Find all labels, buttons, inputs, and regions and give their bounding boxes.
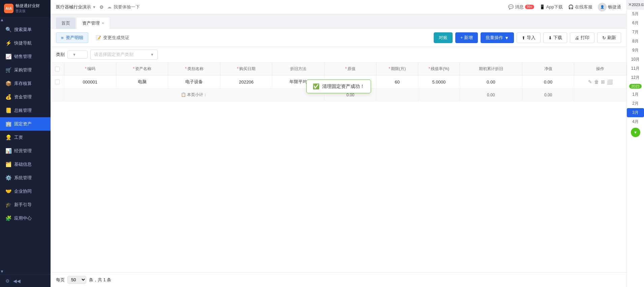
row-asset-type: 电子设备 <box>168 75 220 89</box>
row-checkbox[interactable] <box>55 79 60 84</box>
month-9[interactable]: 9月 <box>627 46 644 55</box>
row-accum: 0.00 <box>460 75 522 89</box>
row-code: 000001 <box>64 75 116 89</box>
edit-icon[interactable]: ✎ <box>588 79 592 85</box>
experience-btn[interactable]: ☁ 我要体验一下 <box>107 4 140 10</box>
sidebar-scroll-up[interactable]: ▲ <box>0 17 51 23</box>
sub-tab-asset-detail[interactable]: ≡ 资产明细 <box>56 32 88 43</box>
company-name: 医疗器械行业演示 <box>56 4 91 10</box>
app-download-btn[interactable]: 📱 App下载 <box>540 4 563 10</box>
sub-tab-label: 资产明细 <box>66 35 83 41</box>
right-panel-close-icon[interactable]: ✕ <box>628 2 632 7</box>
delete-icon[interactable]: 🗑 <box>594 79 599 85</box>
sidebar-item-base-info[interactable]: 🗂️ 基础信息 <box>0 158 51 171</box>
user-name: 畅捷通 <box>608 4 621 10</box>
sidebar-item-guide[interactable]: 🎓 新手引导 <box>0 198 51 212</box>
th-name: *资产名称 <box>116 63 168 75</box>
refresh-button[interactable]: ↻ 刷新 <box>597 32 621 43</box>
sidebar-item-search[interactable]: 🔍 搜索菜单 <box>0 23 51 36</box>
message-btn[interactable]: 💬 消息 99+ <box>508 4 534 10</box>
settings-icon[interactable]: ⚙ <box>99 4 104 10</box>
tab-home[interactable]: 首页 <box>56 18 75 29</box>
sidebar-item-quicknav[interactable]: ⚡ 快捷导航 <box>0 36 51 50</box>
subtotal-rate <box>418 89 460 101</box>
message-badge: 99+ <box>525 5 534 9</box>
current-month-badge: ▼ <box>631 128 640 137</box>
user-avatar[interactable]: 👤 畅捷通 <box>598 3 621 11</box>
sidebar-item-system[interactable]: ⚙️ 系统管理 <box>0 171 51 185</box>
sub-tab-change-voucher[interactable]: 📝 变更生成凭证 <box>91 33 134 43</box>
header-checkbox[interactable] <box>55 67 60 71</box>
copy-icon[interactable]: ⊞ <box>601 79 605 85</box>
row-ops: ✎ 🗑 ⊞ ⬜ <box>574 75 626 89</box>
sidebar-item-label: 销售管理 <box>14 54 32 60</box>
filter-type-label: 类别 <box>56 52 65 58</box>
batch-button[interactable]: 批量操作 ▼ <box>481 32 514 43</box>
th-code: *编码 <box>64 63 116 75</box>
month-6[interactable]: 6月 <box>627 19 644 28</box>
sidebar-item-purchase[interactable]: 🛒 采购管理 <box>0 63 51 77</box>
right-panel-year: 2023.03 <box>632 3 644 7</box>
sidebar-item-label: 经营管理 <box>14 148 32 154</box>
month-2[interactable]: 2月 <box>627 99 644 108</box>
quicknav-icon: ⚡ <box>5 40 11 46</box>
per-page-select[interactable]: 50 100 200 <box>67 276 86 284</box>
print-label: 打印 <box>581 35 589 41</box>
print-button[interactable]: 🖨 打印 <box>570 32 594 43</box>
month-12[interactable]: 12月 <box>627 73 644 82</box>
sidebar-item-inventory[interactable]: 📦 库存核算 <box>0 77 51 90</box>
new-button[interactable]: + 新增 <box>455 32 478 43</box>
main-area: 医疗器械行业演示 ▼ ⚙ ☁ 我要体验一下 💬 消息 99+ 📱 App下载 🎧… <box>51 0 626 287</box>
right-panel: ✕ 2023.03 ⤢ 5月 6月 7月 8月 9月 10月 11月 12月 2… <box>626 0 644 287</box>
row-rate: 5.0000 <box>418 75 460 89</box>
action-toolbar: ≡ 资产明细 📝 变更生成凭证 对账 + 新增 批量操作 ▼ ⬆ <box>51 29 626 47</box>
filter-category-placeholder: 请选择固定资产类别 <box>94 52 133 58</box>
ledger-icon: 📒 <box>5 107 11 114</box>
month-8[interactable]: 8月 <box>627 37 644 46</box>
collapse-icon[interactable]: ◀◀ <box>13 278 21 284</box>
month-1[interactable]: 1月 <box>627 90 644 99</box>
toolbar-right: 对账 + 新增 批量操作 ▼ ⬆ 导入 ⬇ 下载 🖨 <box>434 32 621 43</box>
sidebar-scroll-down[interactable]: ▼ <box>0 268 51 275</box>
avatar: 👤 <box>598 3 607 11</box>
month-10[interactable]: 10月 <box>627 55 644 64</box>
download-button[interactable]: ⬇ 下载 <box>543 32 567 43</box>
month-7[interactable]: 7月 <box>627 28 644 37</box>
fixed-assets-icon: 🏢 <box>5 121 11 127</box>
tab-asset-management[interactable]: 资产管理 × <box>77 18 110 29</box>
month-3[interactable]: 3月 <box>627 108 644 117</box>
month-5[interactable]: 5月 <box>627 9 644 19</box>
right-panel-header: ✕ 2023.03 ⤢ <box>627 0 644 9</box>
duizhang-button[interactable]: 对账 <box>434 32 453 43</box>
sidebar-item-operations[interactable]: 📊 经营管理 <box>0 144 51 158</box>
company-selector[interactable]: 医疗器械行业演示 ▼ <box>56 4 96 10</box>
sidebar-item-ledger[interactable]: 📒 总账管理 <box>0 104 51 117</box>
filter-category-input[interactable]: 请选择固定资产类别 ▼ <box>90 50 158 60</box>
sidebar-item-label: 工资 <box>14 134 23 140</box>
sidebar-item-payroll[interactable]: 👷 工资 <box>0 131 51 144</box>
total-label: 条，共 1 条 <box>89 277 111 283</box>
th-rate: *残值率(%) <box>418 63 460 75</box>
month-11[interactable]: 11月 <box>627 64 644 73</box>
tab-close-icon[interactable]: × <box>102 21 104 26</box>
sidebar-item-sales[interactable]: 📈 销售管理 <box>0 50 51 63</box>
filter-type-select[interactable]: ▼ <box>67 51 88 59</box>
sidebar-item-finance[interactable]: 💰 资金管理 <box>0 90 51 104</box>
asset-table-wrapper: *编码 *资产名称 *类别名称 *购买日期 折旧方法 <box>51 63 626 272</box>
sidebar-item-fixed-assets[interactable]: 🏢 固定资产 <box>0 117 51 131</box>
cloud-icon: ☁ <box>107 4 112 9</box>
month-4[interactable]: 4月 <box>627 117 644 126</box>
per-page-label: 每页 <box>56 277 65 283</box>
th-period: *期限(月) <box>376 63 418 75</box>
operations-icon: 📊 <box>5 148 11 154</box>
online-service-btn[interactable]: 🎧 在线客服 <box>568 4 592 10</box>
import-button[interactable]: ⬆ 导入 <box>517 32 541 43</box>
headset-icon: 🎧 <box>568 4 574 9</box>
sales-icon: 📈 <box>5 54 11 60</box>
subtotal-label: 📋 本页小计： <box>64 89 324 101</box>
sidebar-item-label: 采购管理 <box>14 67 32 73</box>
more-icon[interactable]: ⬜ <box>607 79 613 85</box>
sidebar-item-enterprise[interactable]: 🤝 企业协同 <box>0 185 51 198</box>
settings-icon[interactable]: ⚙ <box>5 278 10 284</box>
sidebar-item-apps[interactable]: 🧩 应用中心 <box>0 212 51 225</box>
